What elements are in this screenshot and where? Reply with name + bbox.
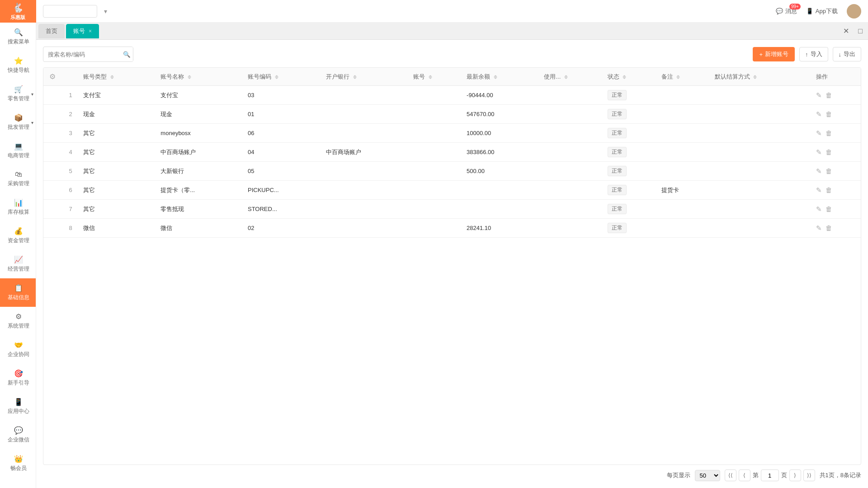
tab-maximize-button[interactable]: □ [855,26,866,37]
sidebar-item-label: 企业微信 [8,436,29,444]
cell-actions: ✎ 🗑 [812,162,861,181]
sidebar-item-label: 应用中心 [8,408,29,415]
cell-balance [463,181,540,200]
edit-icon[interactable]: ✎ [816,186,822,194]
sidebar-item-wholesale-mgmt[interactable]: 📦 批发管理 [0,108,36,136]
cell-balance: 500.00 [463,162,540,181]
page-label: 第 [753,471,759,479]
cell-settings [43,105,61,124]
col-code[interactable]: 账号编码 [244,68,322,86]
delete-icon[interactable]: 🗑 [826,205,832,213]
delete-icon[interactable]: 🗑 [826,186,832,194]
sidebar-item-inventory[interactable]: 📊 库存核算 [0,193,36,221]
sidebar-item-new-guide[interactable]: 🎯 新手引导 [0,364,36,392]
per-page-select[interactable]: 50 20 100 [695,470,720,481]
page-nav: ⟨⟨ ⟨ 第 页 ⟩ ⟩⟩ [725,469,815,481]
edit-icon[interactable]: ✎ [816,167,822,175]
cell-usage [540,124,604,143]
table-row: 1 支付宝 支付宝 03 -90444.00 正常 ✎ 🗑 [43,86,861,105]
col-bank-label: 开户银行 [326,73,349,80]
search-input[interactable] [43,48,120,61]
cell-type: 其它 [80,200,157,219]
app-center-icon: 📱 [14,398,23,406]
col-type[interactable]: 账号类型 [80,68,157,86]
sidebar-item-quick-nav[interactable]: ⭐ 快捷导航 [0,51,36,80]
edit-icon[interactable]: ✎ [816,129,822,137]
col-name[interactable]: 账号名称 [157,68,244,86]
sidebar-item-app-center[interactable]: 📱 应用中心 [0,392,36,421]
sidebar-item-basic-info[interactable]: 📋 基础信息 [0,278,36,307]
table-row: 5 其它 大新银行 05 500.00 正常 ✎ 🗑 [43,162,861,181]
cell-settings [43,86,61,105]
cell-bank [322,86,410,105]
sidebar-item-retail-mgmt[interactable]: 🛒 零售管理 [0,80,36,108]
user-avatar[interactable] [847,4,861,19]
sidebar-item-search-menu[interactable]: 🔍 搜索菜单 [0,23,36,51]
col-balance-label: 最新余额 [467,73,490,80]
cell-type: 其它 [80,143,157,162]
prev-page-button[interactable]: ⟨ [739,469,750,481]
delete-icon[interactable]: 🗑 [826,129,832,137]
last-page-button[interactable]: ⟩⟩ [803,469,815,481]
col-remark[interactable]: 备注 [658,68,711,86]
cell-actions: ✎ 🗑 [812,105,861,124]
import-button[interactable]: ↑ 导入 [799,47,828,61]
sidebar-item-enterprise-wechat[interactable]: 💬 企业微信 [0,421,36,449]
search-button[interactable]: 🔍 [120,47,133,61]
edit-icon[interactable]: ✎ [816,148,822,156]
delete-icon[interactable]: 🗑 [826,91,832,99]
col-status[interactable]: 状态 [604,68,658,86]
app-download-button[interactable]: 📱 App下载 [806,7,838,15]
dropdown-arrow-icon[interactable]: ▾ [104,8,107,15]
edit-icon[interactable]: ✎ [816,110,822,118]
cell-remark [658,219,711,238]
col-account[interactable]: 账号 [410,68,463,86]
delete-icon[interactable]: 🗑 [826,167,832,175]
cell-actions: ✎ 🗑 [812,219,861,238]
col-bank[interactable]: 开户银行 [322,68,410,86]
export-button[interactable]: ↓ 导出 [833,47,862,61]
tab-close-icon[interactable]: × [89,28,92,34]
edit-icon[interactable]: ✎ [816,205,822,213]
sort-bank-icon [353,75,357,79]
messages-button[interactable]: 💬 消息 99+ [776,7,797,15]
edit-icon[interactable]: ✎ [816,91,822,99]
delete-icon[interactable]: 🗑 [826,224,832,232]
col-usage[interactable]: 使用... [540,68,604,86]
cell-remark [658,143,711,162]
sidebar-item-enterprise-agreement[interactable]: 🤝 企业协同 [0,335,36,364]
tab-bar: 首页 账号 × ✕ □ [36,23,868,40]
cell-code: 01 [244,105,322,124]
edit-icon[interactable]: ✎ [816,224,822,232]
sidebar-item-members[interactable]: 👑 畅会员 [0,449,36,478]
sidebar-item-purchase-mgmt[interactable]: 🛍 采购管理 [0,165,36,193]
delete-icon[interactable]: 🗑 [826,110,832,118]
settings-icon[interactable]: ⚙ [49,73,56,80]
col-balance[interactable]: 最新余额 [463,68,540,86]
col-settings[interactable]: ⚙ [43,68,61,86]
cell-name: 零售抵现 [157,200,244,219]
sidebar-item-finance-mgmt[interactable]: 💰 资金管理 [0,221,36,250]
delete-icon[interactable]: 🗑 [826,148,832,156]
tab-account[interactable]: 账号 × [66,24,99,38]
page-input[interactable] [761,469,779,481]
cell-usage [540,86,604,105]
add-account-label: 新增账号 [765,50,788,58]
top-search-input[interactable] [43,5,97,18]
first-page-button[interactable]: ⟨⟨ [725,469,736,481]
tab-home[interactable]: 首页 [38,24,65,38]
cell-account [410,181,463,200]
add-account-button[interactable]: + 新增账号 [753,47,795,61]
next-page-button[interactable]: ⟩ [789,469,801,481]
messages-icon: 💬 [776,8,783,14]
col-default-payment[interactable]: 默认结算方式 [711,68,813,86]
sidebar-item-ecommerce-mgmt[interactable]: 💻 电商管理 [0,136,36,165]
sidebar-item-operation-mgmt[interactable]: 📈 经营管理 [0,250,36,278]
wholesale-mgmt-icon: 📦 [14,113,23,122]
sidebar-item-system-mgmt[interactable]: ⚙ 系统管理 [0,307,36,335]
col-no [61,68,80,86]
cell-bank [322,124,410,143]
col-name-label: 账号名称 [160,73,184,80]
table-row: 3 其它 moneybosx 06 10000.00 正常 ✎ 🗑 [43,124,861,143]
tab-close-button[interactable]: ✕ [840,26,851,37]
